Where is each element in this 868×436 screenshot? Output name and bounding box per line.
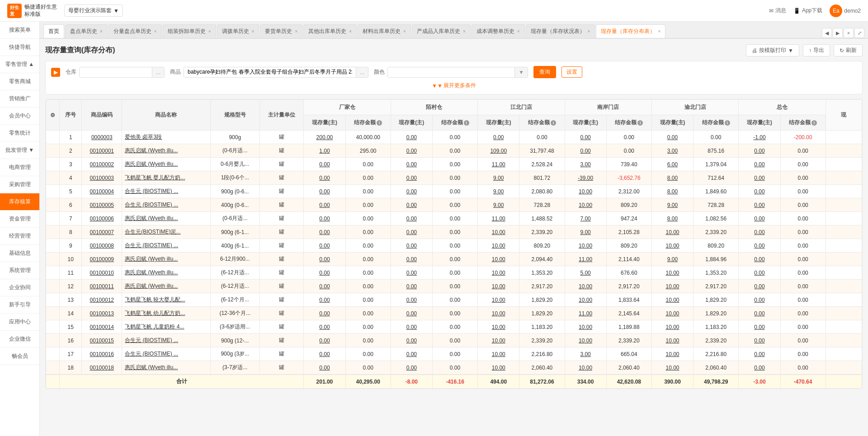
tab-close-4[interactable]: × (252, 29, 255, 34)
row-jiangbei-qty[interactable]: 10.00 (478, 253, 519, 266)
row-name[interactable]: 爱他美 卤萃3段 (122, 131, 211, 144)
tab-prev-btn[interactable]: ◀ (822, 28, 832, 38)
row-jiangbei-qty[interactable]: 10.00 (478, 307, 519, 320)
row-name[interactable]: 惠氏启赋 (Wyeth illu... (122, 253, 211, 266)
org-dropdown[interactable]: 母婴行业演示陈套 ▼ (64, 5, 123, 17)
row-yubei-qty[interactable]: 0.00 (651, 131, 693, 144)
row-total-qty[interactable]: 0.00 (739, 239, 780, 253)
row-yubei-qty[interactable]: 10.00 (651, 293, 693, 307)
row-code[interactable]: 00100005 (82, 198, 122, 212)
sidebar-item-base[interactable]: 基础信息 (0, 245, 39, 262)
tab-stock-status[interactable]: 现存量（库存状况表） × (526, 24, 595, 38)
print-button[interactable]: 🖨 按模版打印 ▼ (746, 44, 799, 56)
settings-button[interactable]: 设置 (561, 66, 582, 78)
row-factory-qty[interactable]: 0.00 (304, 212, 345, 225)
tab-close-9[interactable]: × (517, 29, 520, 34)
row-code[interactable]: 00100003 (82, 171, 122, 185)
tab-home[interactable]: 首页 (43, 24, 64, 38)
row-mocun-qty[interactable]: 0.00 (391, 320, 432, 334)
row-yubei-qty[interactable]: 10.00 (651, 239, 693, 253)
row-total-qty[interactable]: 0.00 (739, 225, 780, 239)
row-total-qty[interactable]: 0.00 (739, 361, 780, 375)
row-jiangbei-qty[interactable]: 9.00 (478, 185, 519, 198)
row-nanan-qty[interactable]: 7.00 (565, 212, 606, 225)
row-mocun-qty[interactable]: 0.00 (391, 131, 432, 144)
row-factory-qty[interactable]: 0.00 (304, 266, 345, 280)
sidebar-item-ops[interactable]: 经营管理 (0, 228, 39, 245)
row-jiangbei-qty[interactable]: 10.00 (478, 293, 519, 307)
sidebar-item-retail-shop[interactable]: 零售商城 (0, 73, 39, 90)
row-name[interactable]: 合生元 (BIOSTIME) ... (122, 334, 211, 347)
row-yubei-qty[interactable]: 9.00 (651, 198, 693, 212)
row-yubei-qty[interactable]: 8.00 (651, 185, 693, 198)
row-total-qty[interactable]: 0.00 (739, 293, 780, 307)
user-area[interactable]: Ea demo2 (830, 5, 861, 17)
sidebar-item-guide[interactable]: 新手引导 (0, 296, 39, 314)
row-mocun-qty[interactable]: 0.00 (391, 171, 432, 185)
sidebar-item-search[interactable]: 搜索英单 (0, 22, 39, 39)
row-factory-qty[interactable]: 0.00 (304, 225, 345, 239)
row-total-qty[interactable]: 0.00 (739, 171, 780, 185)
mocun-amt-info[interactable]: i (464, 120, 469, 126)
tab-close-2[interactable]: × (154, 29, 157, 34)
query-button[interactable]: 查询 (533, 66, 556, 78)
color-select-btn[interactable]: ▼ (514, 67, 528, 77)
row-code[interactable]: 00100015 (82, 334, 122, 347)
row-jiangbei-qty[interactable]: 10.00 (478, 320, 519, 334)
row-total-qty[interactable]: 0.00 (739, 253, 780, 266)
tab-close-1[interactable]: × (100, 29, 103, 34)
row-mocun-qty[interactable]: 0.00 (391, 307, 432, 320)
row-total-qty[interactable]: 0.00 (739, 280, 780, 293)
row-name[interactable]: 合生元(BIOSTIME)泥... (122, 225, 211, 239)
sidebar-item-ecommerce[interactable]: 电商管理 (0, 159, 39, 176)
tab-fullscreen-btn[interactable]: ⤢ (854, 28, 864, 38)
row-yubei-qty[interactable]: 10.00 (651, 280, 693, 293)
tab-assemble-history[interactable]: 组装拆卸单历史 × (163, 24, 216, 38)
row-nanan-qty[interactable]: 10.00 (565, 239, 606, 253)
row-name[interactable]: 合生元 (BIOSTIME) ... (122, 347, 211, 361)
row-nanan-qty[interactable]: 10.00 (565, 320, 606, 334)
row-total-qty[interactable]: 0.00 (739, 347, 780, 361)
sidebar-item-member[interactable]: 会员中心 (0, 108, 39, 125)
row-name[interactable]: 飞鹤星飞帆 幼儿配方奶... (122, 307, 211, 320)
row-code[interactable]: 00100006 (82, 212, 122, 225)
row-jiangbei-qty[interactable]: 11.00 (478, 158, 519, 171)
row-factory-qty[interactable]: 0.00 (304, 307, 345, 320)
row-nanan-qty[interactable]: 3.00 (565, 158, 606, 171)
sidebar-item-finance[interactable]: 资金管理 (0, 211, 39, 228)
row-factory-qty[interactable]: 0.00 (304, 171, 345, 185)
row-total-qty[interactable]: 0.00 (739, 320, 780, 334)
tab-close-8[interactable]: × (463, 29, 466, 34)
row-total-qty[interactable]: 0.00 (739, 212, 780, 225)
row-jiangbei-qty[interactable]: 10.00 (478, 334, 519, 347)
row-jiangbei-qty[interactable]: 9.00 (478, 198, 519, 212)
warehouse-select-btn[interactable]: ... (152, 67, 164, 77)
row-yubei-qty[interactable]: 10.00 (651, 320, 693, 334)
tab-partstock-history[interactable]: 分量盘点单历史 × (108, 24, 162, 38)
row-mocun-qty[interactable]: 0.00 (391, 185, 432, 198)
row-code[interactable]: 00100010 (82, 266, 122, 280)
tab-close-7[interactable]: × (403, 29, 406, 34)
row-total-qty[interactable]: 0.00 (739, 334, 780, 347)
row-jiangbei-qty[interactable]: 10.00 (478, 239, 519, 253)
tab-close-10[interactable]: × (588, 29, 590, 34)
row-mocun-qty[interactable]: 0.00 (391, 334, 432, 347)
row-jiangbei-qty[interactable]: 10.00 (478, 280, 519, 293)
row-mocun-qty[interactable]: 0.00 (391, 253, 432, 266)
row-factory-qty[interactable]: 0.00 (304, 361, 345, 375)
row-jiangbei-qty[interactable]: 109.00 (478, 144, 519, 158)
row-yubei-qty[interactable]: 6.00 (651, 158, 693, 171)
row-mocun-qty[interactable]: 0.00 (391, 293, 432, 307)
row-nanan-qty[interactable]: 10.00 (565, 280, 606, 293)
row-yubei-qty[interactable]: 3.00 (651, 144, 693, 158)
row-factory-qty[interactable]: 0.00 (304, 158, 345, 171)
row-yubei-qty[interactable]: 10.00 (651, 334, 693, 347)
row-nanan-qty[interactable]: 10.00 (565, 185, 606, 198)
row-code[interactable]: 00100009 (82, 253, 122, 266)
row-code[interactable]: 00100014 (82, 320, 122, 334)
tab-stockcheck-history[interactable]: 盘点单历史 × (65, 24, 108, 38)
row-yubei-qty[interactable]: 10.00 (651, 266, 693, 280)
row-factory-qty[interactable]: 0.00 (304, 347, 345, 361)
sidebar-item-marketing[interactable]: 营销推广 (0, 90, 39, 108)
row-nanan-qty[interactable]: 11.00 (565, 307, 606, 320)
